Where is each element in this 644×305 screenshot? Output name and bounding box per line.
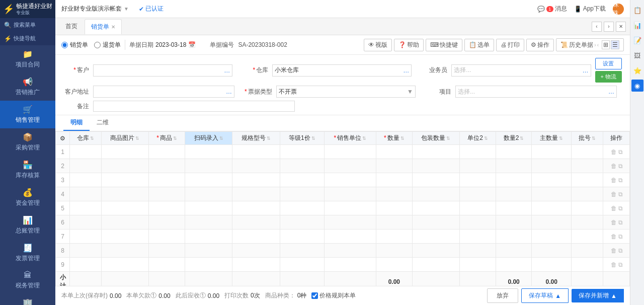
view-btn[interactable]: 👁 视版 — [364, 39, 392, 51]
view-label: 视版 — [375, 41, 387, 49]
company-selector[interactable]: 好业财专业版演示帐套 ▼ — [61, 5, 129, 13]
quantity-sort-icon[interactable]: ⇅ — [400, 136, 405, 141]
tab-prev-btn[interactable]: ‹ — [592, 22, 602, 32]
tab-sale-order[interactable]: 销货单 ✕ — [85, 19, 122, 34]
right-panel-star-icon[interactable]: ⭐ — [631, 64, 643, 77]
row-copy-icon-1[interactable]: ⧉ — [618, 148, 623, 156]
shortcut-btn[interactable]: ⌨ 快捷键 — [426, 39, 462, 51]
price-rule-checkbox[interactable]: 价格规则本单 — [311, 291, 356, 300]
right-panel-image-icon[interactable]: 🖼 — [631, 49, 643, 61]
row-copy-icon-9[interactable]: ⧉ — [618, 261, 623, 268]
remark-input[interactable] — [93, 101, 295, 112]
table-row: 3🗑⧉ — [56, 173, 630, 187]
sidebar-item-invoice[interactable]: 🧾 发票管理 — [0, 239, 55, 267]
invoice-type-select[interactable]: 不开票 ▼ — [276, 86, 416, 98]
unit2-sort-icon[interactable]: ⇅ — [484, 136, 488, 141]
return-order-radio[interactable]: 退货单 — [94, 41, 121, 49]
row-copy-icon-7[interactable]: ⧉ — [618, 233, 623, 240]
row-copy-icon-2[interactable]: ⧉ — [618, 163, 623, 170]
operate-btn[interactable]: ⚙ 操作 — [526, 39, 554, 51]
col-settings[interactable]: ⚙ — [56, 132, 70, 145]
row-delete-icon-7[interactable]: 🗑 — [611, 233, 617, 240]
sidebar-item-marketing-label: 营销推广 — [16, 88, 40, 97]
scan-sort-icon[interactable]: ⇅ — [219, 136, 223, 141]
row-delete-icon-9[interactable]: 🗑 — [611, 261, 617, 268]
col-sale-unit: 销售单位⇅ — [324, 132, 376, 145]
row-delete-icon-5[interactable]: 🗑 — [611, 205, 617, 212]
select-order-btn[interactable]: 📋 选单 — [464, 39, 494, 51]
calendar-icon[interactable]: 📅 — [188, 41, 196, 48]
pack-qty-sort-icon[interactable]: ⇅ — [446, 136, 450, 141]
sidebar-item-inventory[interactable]: 🏪 库存核算 — [0, 156, 55, 184]
app-download-btn[interactable]: 📱 App下载 — [574, 5, 606, 13]
tab-detail[interactable]: 明细 — [63, 115, 90, 131]
history-btn[interactable]: 📜 历史单据 › ‹ ⊞ ☰ — [556, 38, 624, 51]
save-new-btn[interactable]: 保存并新增 ▲ — [572, 289, 624, 302]
sidebar-item-finance[interactable]: 💰 资金管理 — [0, 184, 55, 211]
customer-input[interactable]: … — [93, 64, 232, 77]
return-order-radio-input[interactable] — [94, 42, 101, 48]
row-copy-icon-8[interactable]: ⧉ — [618, 247, 623, 254]
sale-order-radio[interactable]: 销货单 — [61, 41, 88, 49]
qty2-sort-icon[interactable]: ⇅ — [520, 136, 524, 141]
product-img-sort-icon[interactable]: ⇅ — [135, 136, 139, 141]
main-qty-sort-icon[interactable]: ⇅ — [559, 136, 563, 141]
add-logistics-btn[interactable]: + 物流 — [595, 71, 622, 83]
right-panel-note-icon[interactable]: 📝 — [631, 34, 643, 46]
sidebar-item-sales[interactable]: 🛒 销售管理 — [0, 101, 55, 128]
tab-close-all-btn[interactable]: ✕ — [616, 22, 626, 32]
price1-sort-icon[interactable]: ⇅ — [311, 136, 315, 141]
row-copy-icon-4[interactable]: ⧉ — [618, 191, 623, 198]
col-pack-qty: 包装数量⇅ — [412, 132, 460, 145]
row-copy-icon-5[interactable]: ⧉ — [618, 205, 623, 212]
tab-next-btn[interactable]: › — [604, 22, 614, 32]
warehouse-input[interactable]: 小米仓库 … — [272, 64, 412, 77]
grid-view-icon[interactable]: ⊞ — [602, 40, 610, 49]
row-delete-icon-2[interactable]: 🗑 — [611, 163, 617, 170]
batch-sort-icon[interactable]: ⇅ — [592, 136, 596, 141]
row-delete-icon-1[interactable]: 🗑 — [611, 148, 617, 156]
sidebar-item-purchase[interactable]: 📦 采购管理 — [0, 128, 55, 156]
sale-unit-sort-icon[interactable]: ⇅ — [362, 136, 366, 141]
invoice-type-label: 票据类型 — [245, 88, 274, 96]
print-btn[interactable]: 🖨 打印 — [496, 39, 524, 51]
date-value[interactable]: 2023-03-18 — [155, 41, 186, 48]
message-btn[interactable]: 💬 1 消息 — [537, 5, 567, 13]
warehouse-sort-icon[interactable]: ⇅ — [90, 136, 94, 141]
row-delete-icon-8[interactable]: 🗑 — [611, 247, 617, 254]
row-delete-icon-3[interactable]: 🗑 — [611, 177, 617, 184]
help-btn[interactable]: ❓ 帮助 — [394, 39, 424, 51]
salesperson-input[interactable]: 选择... … — [451, 64, 591, 77]
sidebar-item-tax[interactable]: 🏛 税务管理 — [0, 267, 55, 294]
sidebar-quick-nav[interactable]: ⚡ 快捷导航 — [0, 32, 55, 45]
tab-2d[interactable]: 二维 — [90, 115, 116, 131]
save-draft-btn[interactable]: 保存草稿 ▲ — [521, 288, 569, 303]
right-panel-chart-icon[interactable]: 📊 — [631, 19, 643, 31]
price-rule-check-input[interactable] — [311, 292, 318, 299]
row-delete-icon-4[interactable]: 🗑 — [611, 191, 617, 198]
sidebar-item-accounts[interactable]: 📊 总账管理 — [0, 211, 55, 239]
spec-sort-icon[interactable]: ⇅ — [267, 136, 271, 141]
settings-btn[interactable]: 设置 — [595, 58, 622, 69]
product-sort-icon[interactable]: ⇅ — [173, 136, 177, 141]
row-num-4: 4 — [61, 191, 64, 198]
tab-home[interactable]: 首页 — [59, 19, 84, 34]
abandon-btn[interactable]: 放弃 — [487, 288, 518, 303]
right-panel-doc-icon[interactable]: 📋 — [631, 4, 643, 16]
right-panel-active-icon[interactable]: ◉ — [631, 80, 643, 92]
row-copy-icon-3[interactable]: ⧉ — [618, 177, 623, 184]
tab-close-icon[interactable]: ✕ — [111, 24, 115, 30]
row-copy-icon-6[interactable]: ⧉ — [618, 219, 623, 226]
tab-2d-label: 二维 — [97, 119, 109, 126]
list-view-icon[interactable]: ☰ — [611, 40, 619, 49]
sidebar-search[interactable]: 🔍 搜索菜单 — [0, 18, 55, 32]
sidebar-item-project[interactable]: 📁 项目合同 — [0, 45, 55, 73]
user-menu[interactable]: 珠珠 — [613, 4, 624, 15]
customer-address-input[interactable]: … — [93, 86, 234, 98]
history-arrow-icon: › — [594, 42, 596, 48]
sidebar-item-marketing[interactable]: 📢 营销推广 — [0, 73, 55, 101]
sale-order-radio-input[interactable] — [61, 42, 68, 48]
sidebar-item-fixed-assets[interactable]: 🏢 固定资产 — [0, 294, 55, 305]
project-input[interactable]: 选择... … — [455, 86, 617, 98]
row-delete-icon-6[interactable]: 🗑 — [611, 219, 617, 226]
